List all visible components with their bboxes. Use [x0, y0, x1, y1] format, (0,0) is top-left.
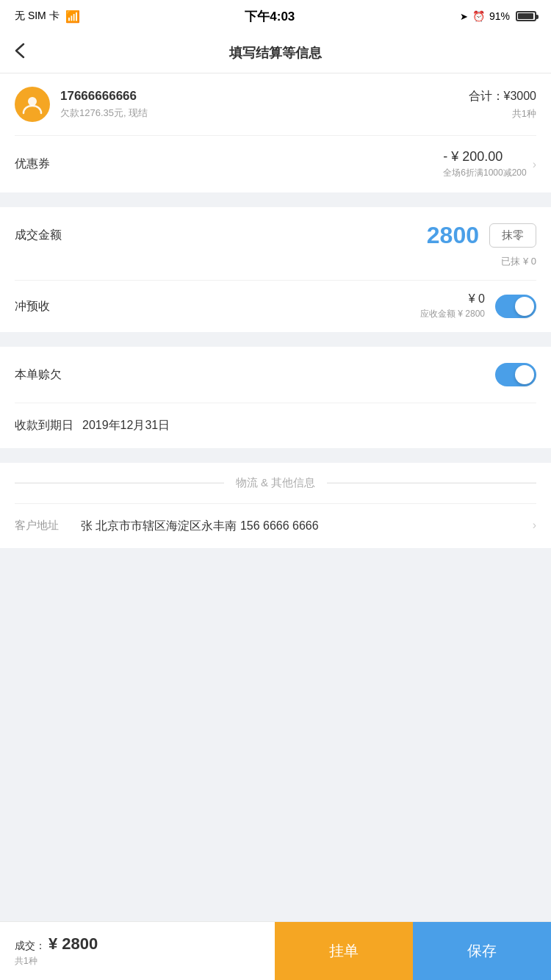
round-button[interactable]: 抹零	[489, 223, 536, 248]
prepaid-right: ¥ 0 应收金额 ¥ 2800	[420, 292, 536, 320]
coupon-chevron-icon: ›	[533, 158, 536, 171]
coupon-desc: 全场6折满1000减200	[443, 167, 526, 179]
logistics-title: 物流 & 其他信息	[236, 476, 315, 490]
customer-right: 合计：¥3000 共1种	[469, 89, 537, 120]
customer-row: 17666666666 欠款1276.35元, 现结 合计：¥3000 共1种	[0, 73, 551, 135]
coupon-info: - ¥ 200.00 全场6折满1000减200	[443, 149, 526, 179]
prepaid-amount: ¥ 0 应收金额 ¥ 2800	[420, 292, 485, 320]
prepaid-label: 冲预收	[15, 299, 50, 314]
nav-bar: 填写结算等信息	[0, 32, 551, 73]
prepaid-main: ¥ 0	[420, 292, 485, 306]
back-button[interactable]	[9, 37, 31, 69]
order-count: 共1种	[469, 107, 537, 120]
debt-toggle[interactable]	[495, 363, 536, 386]
debt-toggle-knob	[515, 365, 534, 384]
prepaid-sub: 应收金额 ¥ 2800	[420, 308, 485, 320]
battery-percent: 91%	[489, 10, 510, 22]
amount-value: 2800	[427, 222, 479, 249]
address-label: 客户地址	[15, 517, 66, 533]
customer-info: 17666666666 欠款1276.35元, 现结	[60, 89, 148, 120]
customer-phone: 17666666666	[60, 89, 148, 104]
battery-icon	[516, 11, 536, 21]
coupon-discount: - ¥ 200.00	[443, 149, 526, 165]
logistics-line-right	[327, 483, 536, 483]
prepaid-row: 冲预收 ¥ 0 应收金额 ¥ 2800	[0, 281, 551, 332]
deal-label: 成交： ¥ 2800	[15, 934, 260, 954]
status-right: ➤ ⏰ 91%	[460, 10, 536, 22]
gray-separator-2	[0, 339, 551, 347]
order-total: 合计：¥3000	[469, 89, 537, 104]
logistics-header: 物流 & 其他信息	[0, 463, 551, 503]
deal-amount: ¥ 2800	[48, 934, 98, 953]
page-title: 填写结算等信息	[229, 44, 322, 62]
address-value: 张 北京市市辖区海淀区永丰南 156 6666 6666	[81, 517, 518, 535]
debt-label: 本单赊欠	[15, 367, 62, 383]
toggle-knob	[515, 297, 534, 316]
amount-section: 成交金额 2800 抹零 已抹 ¥ 0 冲预收 ¥ 0 应收金额 ¥ 2800	[0, 207, 551, 332]
logistics-line-left	[15, 483, 224, 483]
amount-label: 成交金额	[15, 228, 62, 243]
status-left: 无 SIM 卡 📶	[15, 10, 80, 24]
avatar	[15, 87, 50, 122]
address-row[interactable]: 客户地址 张 北京市市辖区海淀区永丰南 156 6666 6666 ›	[0, 504, 551, 548]
alarm-icon: ⏰	[472, 10, 485, 22]
duedate-label: 收款到期日	[15, 418, 73, 433]
bottom-spacer	[0, 555, 551, 621]
prepaid-toggle[interactable]	[495, 295, 536, 318]
svg-point-0	[28, 97, 37, 106]
customer-debt: 欠款1276.35元, 现结	[60, 107, 148, 120]
gray-separator-3	[0, 455, 551, 463]
gray-separator-1	[0, 200, 551, 207]
status-bar: 无 SIM 卡 📶 下午4:03 ➤ ⏰ 91%	[0, 0, 551, 32]
address-chevron-icon: ›	[533, 519, 536, 532]
duedate-value: 2019年12月31日	[82, 418, 170, 433]
coupon-right: - ¥ 200.00 全场6折满1000减200 ›	[443, 149, 536, 179]
wifi-icon: 📶	[65, 10, 80, 24]
hold-button[interactable]: 挂单	[275, 922, 413, 981]
status-time: 下午4:03	[245, 8, 295, 25]
amount-right: 2800 抹零	[427, 222, 536, 249]
deal-label-text: 成交：	[15, 940, 46, 951]
duedate-row: 收款到期日 2019年12月31日	[0, 403, 551, 448]
bottom-bar: 成交： ¥ 2800 共1种 挂单 保存	[0, 921, 551, 980]
deal-count: 共1种	[15, 955, 260, 968]
debt-section: 本单赊欠 收款到期日 2019年12月31日	[0, 347, 551, 448]
debt-row: 本单赊欠	[0, 347, 551, 403]
save-button[interactable]: 保存	[413, 922, 551, 981]
gps-icon: ➤	[460, 11, 468, 22]
customer-section: 17666666666 欠款1276.35元, 现结 合计：¥3000 共1种 …	[0, 73, 551, 192]
amount-sub: 已抹 ¥ 0	[0, 255, 551, 280]
customer-left: 17666666666 欠款1276.35元, 现结	[15, 87, 148, 122]
amount-row: 成交金额 2800 抹零	[0, 207, 551, 255]
bottom-info: 成交： ¥ 2800 共1种	[0, 934, 275, 968]
logistics-section: 物流 & 其他信息 客户地址 张 北京市市辖区海淀区永丰南 156 6666 6…	[0, 463, 551, 548]
coupon-label: 优惠券	[15, 156, 50, 172]
coupon-row[interactable]: 优惠券 - ¥ 200.00 全场6折满1000减200 ›	[0, 136, 551, 192]
sim-status: 无 SIM 卡	[15, 10, 60, 23]
